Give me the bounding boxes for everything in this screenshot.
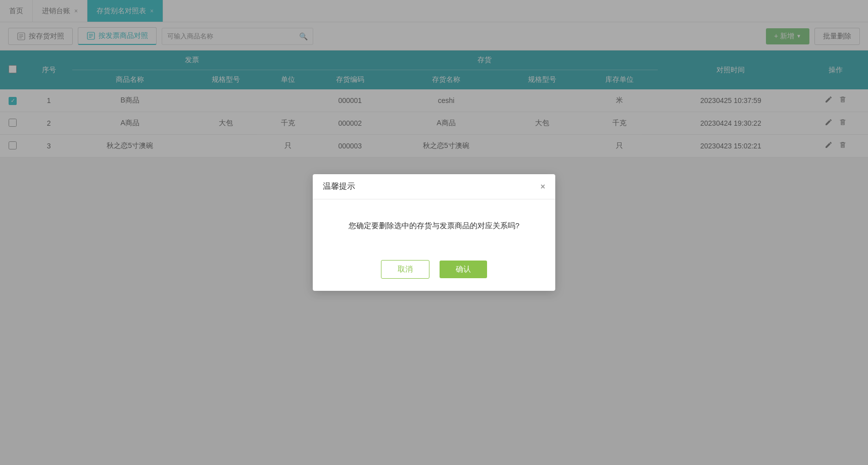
modal-overlay: 温馨提示 × 您确定要删除选中的存货与发票商品的对应关系吗? 取消 确认 (0, 0, 868, 158)
